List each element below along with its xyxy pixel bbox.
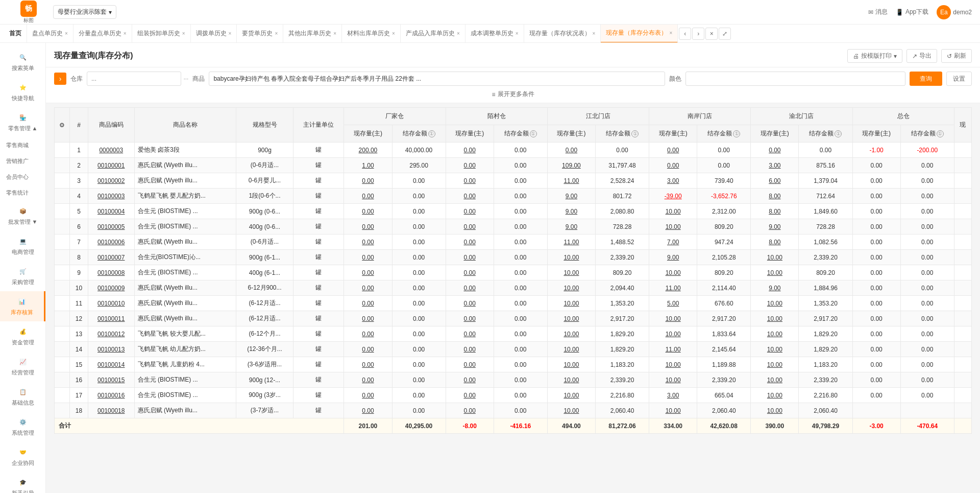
warehouse-input[interactable] <box>87 72 181 86</box>
footer-label: 合计 <box>55 418 344 434</box>
table-cell: 809.20 <box>697 265 751 280</box>
table-cell: 10.00 <box>547 280 595 296</box>
jiangbei-amt-info[interactable]: ① <box>631 130 639 137</box>
table-row: 1100100010惠氏启赋 (Wyeth illu...(6-12月适...罐… <box>55 296 972 311</box>
tab-home[interactable]: 首页 <box>4 25 27 43</box>
tab-5[interactable]: 要货单历史 × <box>237 25 283 43</box>
tab-close-7[interactable]: × <box>392 31 395 36</box>
table-cell: 13 <box>70 326 88 342</box>
sidebar-item-mall[interactable]: 零售商城 <box>0 137 45 153</box>
sidebar-item-retail[interactable]: 🏪 零售管理 ▲ <box>0 107 45 137</box>
table-cell: 罐 <box>293 403 344 418</box>
avatar: Ea <box>937 5 951 19</box>
sidebar-item-inventory[interactable]: 📊 库存核算 <box>0 291 45 321</box>
username: demo2 <box>953 9 972 16</box>
sidebar-item-system[interactable]: ⚙️ 系统管理 <box>0 412 45 442</box>
sidebar-item-base[interactable]: 📋 基础信息 <box>0 382 45 412</box>
tab-expand-btn[interactable]: ⤢ <box>719 28 731 40</box>
tab-close-11[interactable]: × <box>669 30 672 36</box>
mochun-amt-info[interactable]: ① <box>530 130 537 137</box>
sidebar-item-stats[interactable]: 零售统计 <box>0 185 45 201</box>
sidebar-item-guide[interactable]: 🎓 新手引导 <box>0 472 45 493</box>
table-cell: 0.00 <box>852 204 900 219</box>
sidebar-item-nav[interactable]: ⭐ 快捷导航 <box>0 77 45 107</box>
color-label: 颜色 <box>669 75 683 83</box>
tab-close-10[interactable]: × <box>593 31 596 36</box>
sidebar-item-search[interactable]: 🔍 搜索英单 <box>0 47 45 77</box>
tab-1[interactable]: 盘点单历史 × <box>27 25 74 43</box>
table-cell: 0.00 <box>344 296 392 311</box>
table-cell <box>954 204 971 219</box>
print-btn[interactable]: 🖨 按模版打印 ▾ <box>847 49 902 63</box>
sidebar-item-wholesale[interactable]: 📦 批发管理 ▼ <box>0 201 45 231</box>
sidebar-item-purchase[interactable]: 🛒 采购管理 <box>0 261 45 291</box>
th-current: 现 <box>954 108 971 143</box>
table-cell: 1,829.20 <box>799 326 852 342</box>
yubei-amt-info[interactable]: ① <box>835 130 842 137</box>
user-btn[interactable]: Ea demo2 <box>937 5 972 19</box>
table-cell: 00100011 <box>88 311 134 326</box>
color-input[interactable] <box>685 72 905 86</box>
expand-conditions-btn[interactable]: ≡ 展开更多条件 <box>492 90 534 99</box>
sidebar-item-finance[interactable]: 💰 资金管理 <box>0 321 45 351</box>
message-btn[interactable]: ✉ 消息 <box>868 8 888 16</box>
table-cell: 0.00 <box>494 357 547 372</box>
table-cell <box>55 403 70 418</box>
sidebar-item-marketing[interactable]: 营销推广 <box>0 153 45 169</box>
filter-bar: › 仓库 ··· 商品 颜色 查询 设置 ≡ <box>46 67 980 103</box>
tab-2[interactable]: 分量盘点单历史 × <box>74 25 132 43</box>
tab-close-all-btn[interactable]: × <box>705 28 718 40</box>
total-amt-info[interactable]: ① <box>937 130 944 137</box>
goods-input[interactable] <box>209 72 665 86</box>
tab-7[interactable]: 材料出库单历史 × <box>342 25 401 43</box>
table-cell: 飞鹤星飞帆 儿童奶粉 4... <box>134 357 236 372</box>
table-cell: 2 <box>70 158 88 173</box>
table-cell: 11.00 <box>547 173 595 189</box>
sidebar-item-ops[interactable]: 📈 经营管理 <box>0 351 45 382</box>
sidebar-item-collab[interactable]: 🤝 企业协同 <box>0 442 45 472</box>
tab-close-3[interactable]: × <box>182 31 185 36</box>
sidebar-item-member[interactable]: 会员中心 <box>0 169 45 185</box>
tab-close-8[interactable]: × <box>457 31 460 36</box>
industry-select[interactable]: 母婴行业演示陈套 ▾ <box>53 5 116 19</box>
table-cell: (3-6岁适用... <box>236 357 293 372</box>
guide-icon: 🎓 <box>18 477 28 487</box>
tab-11[interactable]: 现存量（库存分布表） × <box>601 25 678 43</box>
export-btn[interactable]: ↗ 导出 <box>906 49 937 63</box>
table-cell: 00100004 <box>88 204 134 219</box>
table-cell: 0.00 <box>494 326 547 342</box>
table-cell: 罐 <box>293 219 344 234</box>
th-factory-amt: 结存金额① <box>392 125 446 143</box>
sidebar-label-finance: 资金管理 <box>12 339 34 346</box>
tab-close-5[interactable]: × <box>275 31 278 36</box>
sidebar-label-ecom: 电商管理 <box>12 248 34 256</box>
search-btn[interactable]: 查询 <box>910 72 942 86</box>
nanan-amt-info[interactable]: ① <box>733 130 740 137</box>
tab-4[interactable]: 调拨单历史 × <box>191 25 237 43</box>
tab-close-4[interactable]: × <box>229 31 232 36</box>
tab-10[interactable]: 现存量（库存状况表） × <box>524 25 601 43</box>
tab-close-9[interactable]: × <box>516 31 519 36</box>
tab-9[interactable]: 成本调整单历史 × <box>465 25 524 43</box>
tab-close-1[interactable]: × <box>65 31 68 36</box>
table-cell: 1,829.20 <box>799 342 852 357</box>
table-cell: 9.00 <box>649 250 697 265</box>
setting-btn[interactable]: 设置 <box>946 72 972 86</box>
tab-close-2[interactable]: × <box>124 31 127 36</box>
table-cell: 10.00 <box>547 296 595 311</box>
tab-6[interactable]: 其他出库单历史 × <box>283 25 342 43</box>
tab-8[interactable]: 产成品入库单历史 × <box>401 25 465 43</box>
tab-3[interactable]: 组装拆卸单历史 × <box>132 25 191 43</box>
tab-prev-btn[interactable]: ‹ <box>679 28 691 40</box>
app-download-btn[interactable]: 📱 App下载 <box>896 8 928 16</box>
table-cell: 0.00 <box>494 342 547 357</box>
print-icon: 🖨 <box>853 53 859 60</box>
factory-amt-info[interactable]: ① <box>428 130 435 137</box>
table-cell: 0.00 <box>852 342 900 357</box>
tab-close-6[interactable]: × <box>333 31 336 36</box>
filter-toggle-btn[interactable]: › <box>54 73 66 85</box>
tab-next-btn[interactable]: › <box>692 28 704 40</box>
table-row: 500100004合生元 (BIOSTIME) ...900g (0-6...罐… <box>55 204 972 219</box>
refresh-btn[interactable]: ↺ 刷新 <box>941 49 972 63</box>
sidebar-item-ecom[interactable]: 💻 电商管理 <box>0 231 45 261</box>
